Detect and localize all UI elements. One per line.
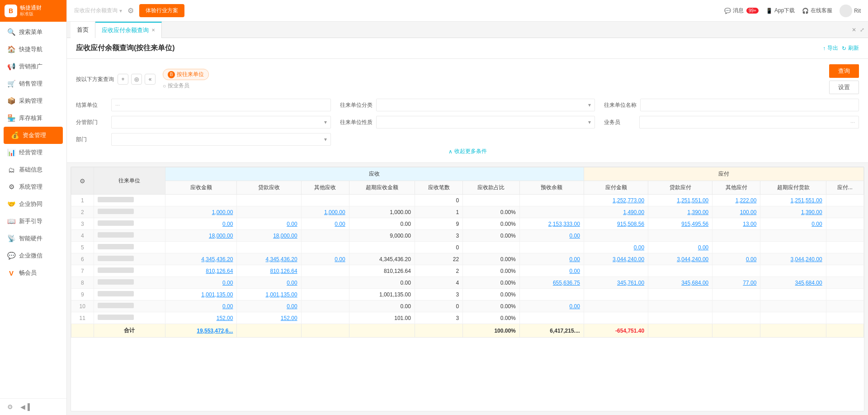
partner-nature-input[interactable]: ▾ bbox=[376, 116, 595, 129]
table-cell[interactable] bbox=[301, 312, 349, 324]
promo-button[interactable]: 体验行业方案 bbox=[139, 4, 184, 17]
settlement-unit-input[interactable]: ··· bbox=[111, 99, 331, 111]
table-cell[interactable] bbox=[301, 242, 349, 253]
collapse-filter-button[interactable]: « bbox=[145, 74, 156, 85]
tab-close-all-icon[interactable]: ✕ bbox=[852, 27, 856, 33]
edit-filter-button[interactable]: ◎ bbox=[131, 74, 142, 85]
table-cell[interactable] bbox=[165, 242, 236, 253]
sidebar-item-sales[interactable]: 🛒 销售管理 bbox=[0, 75, 66, 92]
table-cell[interactable]: 2,153,333.00 bbox=[519, 218, 584, 230]
query-button[interactable]: 查询 bbox=[829, 64, 859, 78]
table-cell[interactable]: 1,000.00 bbox=[301, 206, 349, 218]
tab-close-icon[interactable]: ✕ bbox=[151, 28, 155, 33]
sidebar-item-wechat[interactable]: 💬 企业微信 bbox=[0, 247, 66, 264]
collapse-sidebar-icon[interactable]: ◀▐ bbox=[20, 403, 30, 410]
table-cell[interactable]: 0.00 bbox=[584, 242, 648, 253]
table-cell[interactable] bbox=[519, 312, 584, 324]
app-download-action[interactable]: 📱 App下载 bbox=[766, 7, 795, 14]
table-cell[interactable]: 4,345,436.20 bbox=[165, 253, 236, 265]
table-cell[interactable] bbox=[648, 289, 712, 301]
table-cell[interactable] bbox=[519, 242, 584, 253]
table-cell[interactable] bbox=[712, 312, 760, 324]
table-cell[interactable] bbox=[584, 289, 648, 301]
table-cell[interactable]: 1,390.00 bbox=[760, 206, 826, 218]
table-cell[interactable]: 0.00 bbox=[519, 253, 584, 265]
table-cell[interactable] bbox=[760, 230, 826, 242]
table-cell[interactable] bbox=[584, 301, 648, 312]
table-cell[interactable]: 0.00 bbox=[301, 218, 349, 230]
table-cell[interactable] bbox=[301, 265, 349, 277]
table-cell[interactable]: 1,252,773.00 bbox=[584, 195, 648, 206]
table-cell[interactable]: 1,251,551.00 bbox=[760, 195, 826, 206]
sidebar-item-quicknav[interactable]: 🏠 快捷导航 bbox=[0, 41, 66, 58]
table-cell[interactable]: 655,636.75 bbox=[519, 277, 584, 289]
table-cell[interactable] bbox=[237, 195, 301, 206]
sidebar-item-system[interactable]: ⚙ 系统管理 bbox=[0, 178, 66, 196]
table-cell[interactable]: 1,000.00 bbox=[165, 206, 236, 218]
table-cell[interactable]: 345,761.00 bbox=[584, 277, 648, 289]
table-cell[interactable] bbox=[648, 301, 712, 312]
table-cell[interactable] bbox=[165, 195, 236, 206]
col-header-settings[interactable]: ⚙ bbox=[71, 167, 94, 195]
salesperson-input[interactable]: ··· bbox=[639, 116, 859, 129]
partner-category-input[interactable]: ▾ bbox=[376, 99, 595, 111]
table-cell[interactable]: 0.00 bbox=[237, 218, 301, 230]
sidebar-item-basic[interactable]: 🗂 基础信息 bbox=[0, 161, 66, 178]
settings-footer-icon[interactable]: ⚙ bbox=[7, 403, 13, 410]
table-cell[interactable] bbox=[301, 277, 349, 289]
sidebar-item-search[interactable]: 🔍 搜索菜单 bbox=[0, 24, 66, 41]
table-cell[interactable] bbox=[519, 289, 584, 301]
table-cell[interactable]: 1,390.00 bbox=[648, 206, 712, 218]
partner-name-input[interactable] bbox=[640, 99, 859, 111]
sidebar-item-ops[interactable]: 📊 经营管理 bbox=[0, 144, 66, 161]
table-cell[interactable]: 915,495.56 bbox=[648, 218, 712, 230]
sidebar-item-inventory[interactable]: 🏪 库存核算 bbox=[0, 110, 66, 127]
table-cell[interactable]: 915,508.56 bbox=[584, 218, 648, 230]
refresh-button[interactable]: ↻ 刷新 bbox=[842, 44, 859, 52]
table-cell[interactable] bbox=[760, 289, 826, 301]
table-cell[interactable]: 0.00 bbox=[648, 242, 712, 253]
table-cell[interactable]: 1,251,551.00 bbox=[648, 195, 712, 206]
table-cell[interactable]: 0.00 bbox=[165, 277, 236, 289]
table-cell[interactable] bbox=[760, 242, 826, 253]
table-cell[interactable] bbox=[584, 265, 648, 277]
table-cell[interactable]: 0.00 bbox=[301, 253, 349, 265]
set-button[interactable]: 设置 bbox=[829, 81, 859, 94]
sidebar-item-corp[interactable]: 🤝 企业协同 bbox=[0, 196, 66, 213]
table-cell[interactable] bbox=[712, 265, 760, 277]
filter-tag-partner[interactable]: B 按往来单位 bbox=[163, 69, 209, 80]
table-cell[interactable] bbox=[519, 195, 584, 206]
table-cell[interactable]: 0.00 bbox=[712, 253, 760, 265]
table-cell[interactable] bbox=[237, 242, 301, 253]
table-cell[interactable] bbox=[301, 195, 349, 206]
table-cell[interactable]: 0.00 bbox=[237, 277, 301, 289]
table-cell[interactable]: 0.00 bbox=[165, 301, 236, 312]
table-cell[interactable]: 1,490.00 bbox=[584, 206, 648, 218]
table-cell[interactable]: 1,222.00 bbox=[712, 195, 760, 206]
gear-icon[interactable]: ⚙ bbox=[127, 6, 134, 15]
message-action[interactable]: 💬 消息 99+ bbox=[724, 7, 759, 14]
export-button[interactable]: ↑ 导出 bbox=[823, 44, 838, 52]
table-cell[interactable]: 3,044,240.00 bbox=[584, 253, 648, 265]
table-cell[interactable] bbox=[584, 312, 648, 324]
table-cell[interactable]: 345,684.00 bbox=[648, 277, 712, 289]
table-cell[interactable] bbox=[301, 301, 349, 312]
table-cell[interactable]: 0.00 bbox=[237, 301, 301, 312]
table-cell[interactable] bbox=[584, 230, 648, 242]
table-cell[interactable]: 0.00 bbox=[519, 230, 584, 242]
section-dept-input[interactable]: ▾ bbox=[111, 133, 331, 146]
add-filter-button[interactable]: + bbox=[118, 74, 128, 85]
table-cell[interactable] bbox=[648, 230, 712, 242]
table-cell[interactable] bbox=[760, 301, 826, 312]
table-cell[interactable] bbox=[648, 265, 712, 277]
table-cell[interactable]: 0.00 bbox=[165, 218, 236, 230]
sidebar-item-hardware[interactable]: 📡 智能硬件 bbox=[0, 230, 66, 247]
table-settings-icon[interactable]: ⚙ bbox=[80, 177, 85, 185]
tab-arbalance[interactable]: 应收应付余额查询 ✕ bbox=[95, 22, 162, 38]
sidebar-item-purchase[interactable]: 📦 采购管理 bbox=[0, 92, 66, 110]
table-cell[interactable] bbox=[760, 265, 826, 277]
online-service-action[interactable]: 🎧 在线客服 bbox=[802, 7, 832, 14]
table-cell[interactable] bbox=[712, 242, 760, 253]
dept-input[interactable]: ▾ bbox=[111, 116, 331, 129]
filter-tag-salesperson[interactable]: ○ 按业务员 bbox=[163, 82, 209, 90]
